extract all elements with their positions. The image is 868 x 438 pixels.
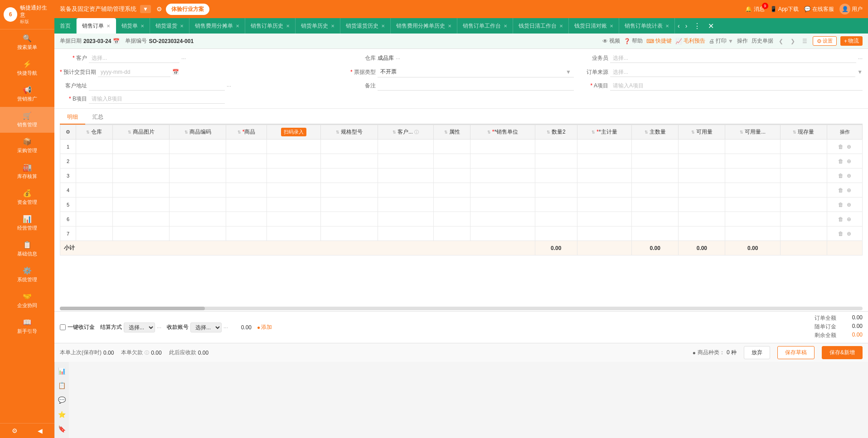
tab-close-icon[interactable]: ✕ bbox=[107, 24, 110, 29]
th-customer-code[interactable]: ⇅ 客户... ⓘ bbox=[378, 125, 433, 140]
row-attr[interactable] bbox=[434, 168, 470, 183]
row-main-qty[interactable] bbox=[632, 168, 679, 183]
row-customer-code[interactable] bbox=[378, 140, 433, 154]
right-icon-3[interactable]: 💬 bbox=[57, 395, 68, 405]
row-available[interactable] bbox=[679, 197, 725, 212]
invoice-type-select[interactable]: 不开票 ▼ bbox=[378, 67, 574, 77]
row-qty2[interactable] bbox=[535, 226, 577, 241]
tab-close-icon[interactable]: ✕ bbox=[504, 24, 507, 29]
tab-goods-history[interactable]: 销货单历史 ✕ bbox=[296, 18, 340, 34]
app-download-btn[interactable]: 📱 App下载 bbox=[770, 5, 799, 13]
row-stock[interactable] bbox=[780, 197, 827, 212]
tab-close-icon[interactable]: ✕ bbox=[331, 24, 335, 29]
receipt-account-select[interactable]: 选择... bbox=[190, 322, 222, 332]
discard-btn[interactable]: 放弃 bbox=[744, 346, 770, 359]
tab-close-icon[interactable]: ✕ bbox=[286, 24, 290, 29]
payment-more-icon[interactable]: ··· bbox=[157, 324, 161, 331]
row-code[interactable] bbox=[170, 197, 226, 212]
row-main-qty[interactable] bbox=[632, 197, 679, 212]
row-main-qty[interactable] bbox=[632, 183, 679, 197]
th-attr[interactable]: ⇅ 属性 bbox=[434, 125, 470, 140]
add-btn[interactable]: ● 添加 bbox=[257, 323, 272, 331]
row-scan[interactable] bbox=[267, 197, 321, 212]
warehouse-more-icon[interactable]: ··· bbox=[396, 55, 400, 62]
tab-home[interactable]: 首页 bbox=[54, 18, 77, 34]
row-available[interactable] bbox=[679, 226, 725, 241]
row-scan[interactable] bbox=[267, 140, 321, 154]
tabs-next-btn[interactable]: › bbox=[683, 22, 690, 29]
row-attr[interactable] bbox=[434, 140, 470, 154]
th-scan[interactable]: 扫码录入 bbox=[267, 125, 321, 140]
row-scan[interactable] bbox=[267, 168, 321, 183]
row-qty2[interactable] bbox=[535, 140, 577, 154]
row-qty2[interactable] bbox=[535, 183, 577, 197]
row-main-unit[interactable] bbox=[577, 154, 631, 168]
row-code[interactable] bbox=[170, 168, 226, 183]
row-unit[interactable] bbox=[470, 226, 535, 241]
tab-summary[interactable]: 汇总 bbox=[85, 111, 111, 124]
row-copy-btn[interactable]: ⊕ bbox=[846, 158, 852, 164]
row-spec[interactable] bbox=[321, 168, 378, 183]
print-btn[interactable]: 🖨 打印 ▼ bbox=[709, 37, 733, 45]
th-main-unit[interactable]: ⇅ **主计量 bbox=[577, 125, 631, 140]
row-image[interactable] bbox=[112, 183, 169, 197]
shortcut-btn[interactable]: ⌨ 快捷键 bbox=[646, 37, 672, 45]
system-select-btn[interactable]: ▼ bbox=[140, 5, 151, 13]
row-customer-code[interactable] bbox=[378, 212, 433, 226]
sidebar-item-management[interactable]: 📊 经营管理 bbox=[0, 210, 54, 236]
tab-return-history[interactable]: 销货退货历史 ✕ bbox=[340, 18, 391, 34]
row-available2[interactable] bbox=[725, 183, 781, 197]
row-spec[interactable] bbox=[321, 226, 378, 241]
row-main-qty[interactable] bbox=[632, 140, 679, 154]
row-stock[interactable] bbox=[780, 226, 827, 241]
row-main-unit[interactable] bbox=[577, 168, 631, 183]
b-project-input[interactable] bbox=[89, 94, 225, 104]
tabs-more-btn[interactable]: ⋮ bbox=[690, 22, 704, 30]
delivery-calendar-icon[interactable]: 📅 bbox=[172, 69, 179, 75]
sidebar-item-quicknav[interactable]: ⚡ 快捷导航 bbox=[0, 55, 54, 81]
row-copy-btn[interactable]: ⊕ bbox=[846, 144, 852, 150]
row-spec[interactable] bbox=[321, 197, 378, 212]
sidebar-item-collab[interactable]: 🤝 企业协同 bbox=[0, 288, 54, 313]
row-stock[interactable] bbox=[780, 183, 827, 197]
th-product[interactable]: ⇅ *商品 bbox=[226, 125, 267, 140]
tab-fee-history[interactable]: 销售费用分摊单历史 ✕ bbox=[391, 18, 457, 34]
tab-close-icon[interactable]: ✕ bbox=[180, 24, 184, 29]
row-available[interactable] bbox=[679, 140, 725, 154]
tab-sales-order-history[interactable]: 销售订单历史 ✕ bbox=[245, 18, 296, 34]
row-copy-btn[interactable]: ⊕ bbox=[846, 216, 852, 222]
tab-close-icon[interactable]: ✕ bbox=[559, 24, 563, 29]
horizontal-scrollbar[interactable] bbox=[54, 306, 868, 311]
a-project-input[interactable] bbox=[610, 81, 863, 91]
row-unit[interactable] bbox=[470, 197, 535, 212]
customer-input[interactable] bbox=[89, 53, 179, 63]
payment-method-select[interactable]: 选择... bbox=[124, 322, 155, 332]
scan-input-btn[interactable]: 扫码录入 bbox=[281, 128, 306, 136]
row-attr[interactable] bbox=[434, 197, 470, 212]
sidebar-item-finance[interactable]: 💰 资金管理 bbox=[0, 184, 54, 210]
row-code[interactable] bbox=[170, 183, 226, 197]
sidebar-item-guide[interactable]: 📖 新手引导 bbox=[0, 313, 54, 339]
th-stock[interactable]: ⇅ 现存量 bbox=[780, 125, 827, 140]
tab-sales-goods[interactable]: 销货单 ✕ bbox=[116, 18, 150, 34]
delivery-date-input[interactable] bbox=[98, 67, 170, 77]
row-warehouse[interactable] bbox=[76, 140, 112, 154]
row-product[interactable] bbox=[226, 168, 267, 183]
row-qty2[interactable] bbox=[535, 197, 577, 212]
history-btn[interactable]: 历史单据 bbox=[752, 37, 773, 45]
row-stock[interactable] bbox=[780, 212, 827, 226]
row-delete-btn[interactable]: 🗑 bbox=[837, 173, 844, 179]
tabs-prev-btn[interactable]: ‹ bbox=[675, 22, 683, 29]
online-service-btn[interactable]: 💬 在线客服 bbox=[804, 5, 834, 13]
row-unit[interactable] bbox=[470, 154, 535, 168]
row-warehouse[interactable] bbox=[76, 154, 112, 168]
tab-sales-fee[interactable]: 销售费用分摊单 ✕ bbox=[189, 18, 245, 34]
preview-btn[interactable]: 👁 视频 bbox=[602, 37, 620, 45]
row-image[interactable] bbox=[112, 154, 169, 168]
tab-order-workbench[interactable]: 销售订单工作台 ✕ bbox=[457, 18, 513, 34]
row-unit[interactable] bbox=[470, 183, 535, 197]
tab-close-icon[interactable]: ✕ bbox=[610, 24, 613, 29]
sidebar-collapse-icon[interactable]: ◀ bbox=[38, 427, 43, 434]
row-attr[interactable] bbox=[434, 183, 470, 197]
th-unit[interactable]: ⇅ **销售单位 bbox=[470, 125, 535, 140]
